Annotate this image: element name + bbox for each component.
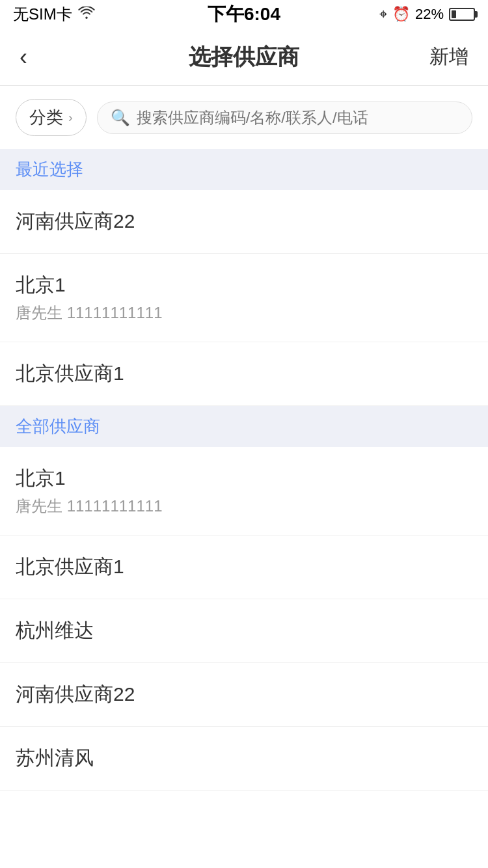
- search-icon: 🔍: [111, 109, 130, 127]
- all-list: 北京1唐先生 11111111111北京供应商1杭州维达河南供应商22苏州清风: [0, 447, 488, 791]
- item-sub: 唐先生 11111111111: [16, 303, 472, 323]
- list-item[interactable]: 北京供应商1: [0, 342, 488, 406]
- back-button[interactable]: ‹: [20, 44, 59, 71]
- item-name: 杭州维达: [16, 617, 472, 644]
- list-item[interactable]: 北京供应商1: [0, 536, 488, 599]
- category-label: 分类: [29, 106, 63, 129]
- battery-fill: [452, 10, 456, 18]
- recent-section-label: 最近选择: [16, 159, 83, 179]
- add-button[interactable]: 新增: [429, 44, 468, 70]
- list-item[interactable]: 河南供应商22: [0, 190, 488, 254]
- location-icon: ⌖: [379, 6, 387, 23]
- list-item[interactable]: 苏州清风: [0, 727, 488, 791]
- carrier-text: 无SIM卡: [13, 4, 72, 25]
- item-name: 河南供应商22: [16, 681, 472, 708]
- status-carrier: 无SIM卡: [13, 4, 96, 25]
- recent-list: 河南供应商22北京1唐先生 11111111111北京供应商1: [0, 190, 488, 406]
- item-name: 苏州清风: [16, 745, 472, 772]
- status-right: ⌖ ⏰ 22%: [379, 6, 475, 23]
- list-item[interactable]: 河南供应商22: [0, 663, 488, 727]
- all-section-header: 全部供应商: [0, 406, 488, 447]
- all-section-label: 全部供应商: [16, 416, 100, 436]
- page-title: 选择供应商: [189, 42, 299, 72]
- chevron-right-icon: ›: [68, 110, 73, 125]
- search-input-wrap[interactable]: 🔍: [97, 102, 472, 134]
- category-button[interactable]: 分类 ›: [16, 99, 87, 136]
- wifi-icon: [77, 5, 96, 23]
- list-item[interactable]: 北京1唐先生 11111111111: [0, 254, 488, 342]
- item-name: 北京1: [16, 272, 472, 299]
- list-item[interactable]: 北京1唐先生 11111111111: [0, 447, 488, 536]
- item-name: 北京供应商1: [16, 360, 472, 387]
- status-bar: 无SIM卡 下午6:04 ⌖ ⏰ 22%: [0, 0, 488, 29]
- item-name: 北京供应商1: [16, 554, 472, 580]
- battery-percent: 22%: [415, 6, 444, 23]
- status-time: 下午6:04: [208, 2, 280, 27]
- item-sub: 唐先生 11111111111: [16, 496, 472, 517]
- recent-section-header: 最近选择: [0, 149, 488, 190]
- item-name: 河南供应商22: [16, 208, 472, 235]
- list-item[interactable]: 杭州维达: [0, 599, 488, 663]
- alarm-icon: ⏰: [392, 6, 410, 23]
- battery-bar: [449, 8, 475, 21]
- item-name: 北京1: [16, 465, 472, 492]
- search-bar: 分类 › 🔍: [0, 86, 488, 149]
- search-input[interactable]: [137, 109, 459, 127]
- nav-bar: ‹ 选择供应商 新增: [0, 29, 488, 86]
